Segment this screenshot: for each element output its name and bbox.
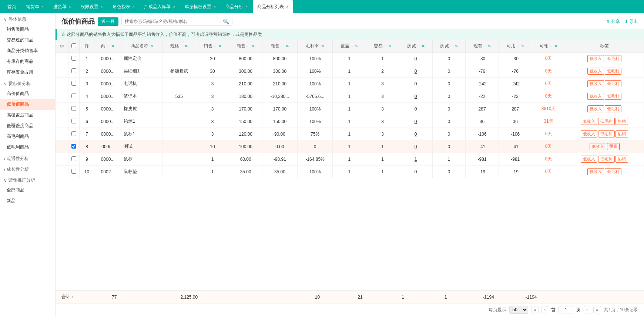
checkbox-cell[interactable] [68,78,80,90]
sidebar-item-stock-capital[interactable]: 库存资金占用 [0,67,55,78]
header-actions: ⇪ 分享 ⬇ 导出 [606,18,638,25]
col-available[interactable]: 可用... ⇅ [499,40,532,52]
nav-template-settings[interactable]: 单据模板设置 × [180,0,220,13]
nav-purchase-order[interactable]: 进货单 × [49,0,76,13]
checkbox-cell[interactable] [68,115,80,128]
row-checkbox[interactable] [71,68,76,73]
row-checkbox[interactable] [71,94,76,98]
sidebar-group-liquidity[interactable]: › 流通性分析 [0,153,55,163]
nav-product-analysis-list[interactable]: 商品分析列表 × [253,0,293,13]
sidebar-item-low-margin[interactable]: 低毛利商品 [0,142,55,153]
sidebar-item-high-margin[interactable]: 高毛利商品 [0,131,55,142]
next-page-button[interactable]: › [584,306,590,313]
product-spec [162,78,196,90]
product-tags: 低收入低毛利 [565,78,644,90]
sidebar-item-high-coverage[interactable]: 高覆盖度商品 [0,110,55,120]
nav-close-icon[interactable]: × [214,5,216,9]
sidebar-item-all-products[interactable]: 全部商品 [0,185,55,196]
col-code[interactable]: 商... ⇅ [94,40,121,52]
checkbox-cell[interactable] [68,153,80,166]
filter-recent-month-button[interactable]: 近一月 [98,17,118,26]
select-all-checkbox[interactable] [71,43,76,48]
nav-close-icon[interactable]: × [245,5,248,9]
browse1-val: 0 [399,52,432,65]
nav-close-icon[interactable]: × [286,5,288,9]
sidebar-item-sales-products[interactable]: 销售类商品 [0,24,55,35]
row-checkbox[interactable] [71,131,76,136]
browse1-val: 0 [399,65,432,78]
sidebar-group-overall[interactable]: ∨ 整体信息 [0,13,55,24]
col-browse1[interactable]: 浏览... ⇅ [399,40,432,52]
browse1-val: 0 [399,90,432,103]
sidebar-item-low-coverage[interactable]: 低覆盖度商品 [0,120,55,131]
sidebar-item-low-value[interactable]: 低价值商品 [0,99,55,110]
export-button[interactable]: ⬇ 导出 [624,18,638,25]
nav-role-auth[interactable]: 角色授权 × [108,0,139,13]
sidebar-item-high-value[interactable]: 高价值商品 [0,88,55,99]
row-checkbox[interactable] [71,81,76,86]
col-name[interactable]: 商品名称 ⇅ [121,40,162,52]
sales-amt: 800.00 [229,52,262,65]
sidebar-item-category-sales-rate[interactable]: 商品分类销售率 [0,45,55,56]
row-checkbox[interactable] [71,106,76,111]
product-tag: 低毛利 [605,80,621,87]
nav-close-icon[interactable]: × [69,5,71,9]
checkbox-cell[interactable] [68,65,80,78]
nav-close-icon[interactable]: × [173,5,175,9]
nav-close-icon[interactable]: × [41,5,44,9]
col-coverage[interactable]: 覆盖... ⇅ [333,40,366,52]
nav-sales-order[interactable]: 销货单 × [21,0,48,13]
checkbox-cell[interactable] [68,103,80,115]
row-checkbox[interactable] [71,169,76,174]
row-checkbox[interactable] [71,119,76,123]
nav-close-icon[interactable]: × [101,5,103,9]
col-margin[interactable]: 毛利率 ⇅ [297,40,333,52]
checkbox-cell[interactable] [68,166,80,178]
row-no: 8 [80,140,94,153]
checkbox-cell[interactable] [68,140,80,153]
browse2-val: 0 [432,52,466,65]
nav-home[interactable]: 首页 [3,0,21,13]
first-page-button[interactable]: « [531,306,539,313]
sidebar-group-growth[interactable]: › 成长性分析 [0,163,55,174]
browse2-val: 0 [432,90,466,103]
product-name: 属性定价 [121,52,162,65]
nav-close-icon[interactable]: × [133,5,135,9]
settings-cell [56,103,68,115]
checkbox-cell[interactable] [68,128,80,140]
col-current-stock[interactable]: 现有... ⇅ [466,40,499,52]
sales-qty: 30 [196,65,229,78]
row-checkbox[interactable] [71,56,76,61]
col-sellable[interactable]: 可销... ⇅ [532,40,565,52]
search-input[interactable] [125,19,221,24]
sidebar-group-marketing[interactable]: ∨ 营销推广分析 [0,174,55,185]
sidebar-item-stocked-products[interactable]: 有库存的商品 [0,56,55,67]
share-button[interactable]: ⇪ 分享 [606,18,620,25]
row-checkbox[interactable] [71,144,76,149]
sidebar-group-contribution[interactable]: ∨ 贡献值分析 [0,78,55,88]
checkbox-cell[interactable] [68,52,80,65]
nav-product-analysis[interactable]: 商品分析 × [221,0,252,13]
sidebar-item-new-products[interactable]: 新品 [0,196,55,206]
nav-permission-settings[interactable]: 权限设置 × [76,0,107,13]
settings-column-header[interactable]: ⚙ [56,40,68,52]
checkbox-cell[interactable] [68,90,80,103]
product-tags: 低收入低毛利热销 [565,153,644,166]
margin-rate: 100% [297,65,333,78]
last-page-button[interactable]: » [593,306,601,313]
settings-cell [56,128,68,140]
col-sales-qty[interactable]: 销售... ⇅ [196,40,229,52]
page-size-select[interactable]: 50 100 200 [509,306,528,314]
page-number-input[interactable] [559,306,573,313]
col-sales-cost[interactable]: 销售... ⇅ [262,40,298,52]
col-trade[interactable]: 交易... ⇅ [366,40,399,52]
product-tag: 低收入 [587,80,604,87]
col-browse2[interactable]: 浏览... ⇅ [432,40,466,52]
row-checkbox[interactable] [71,156,76,161]
sidebar-item-traded-products[interactable]: 交易过的商品 [0,35,55,45]
prev-page-button[interactable]: ‹ [541,306,548,313]
col-sales-amt[interactable]: 销售... ⇅ [229,40,262,52]
nav-product-inbound[interactable]: 产成品入库单 × [140,0,180,13]
current-stock: -106 [466,128,499,140]
col-spec[interactable]: 规格... ⇅ [162,40,196,52]
